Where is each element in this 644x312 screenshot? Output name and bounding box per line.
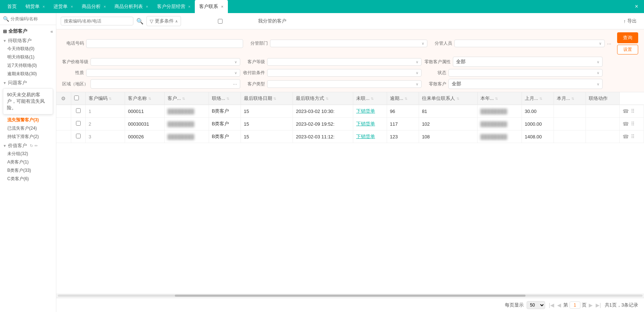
- last-page-button[interactable]: ▶|: [595, 302, 602, 308]
- search-button[interactable]: 🔍: [136, 18, 144, 25]
- sidebar-item-churned[interactable]: 已流失客户(24): [0, 124, 56, 133]
- sidebar-group-value[interactable]: ▼ 价值客户 ↻ ✏: [0, 141, 56, 150]
- nav-purchase[interactable]: 进货单 ×: [49, 0, 77, 13]
- search-input[interactable]: [61, 17, 133, 25]
- row-check[interactable]: [76, 108, 81, 113]
- select-all-checkbox[interactable]: [74, 96, 79, 100]
- close-analysis-icon[interactable]: ×: [104, 0, 106, 13]
- settings-gear-icon[interactable]: ⚙: [61, 96, 66, 101]
- row-actions: ☎ ⠿: [619, 118, 644, 130]
- sidebar-search-input[interactable]: [11, 16, 56, 21]
- per-page-select[interactable]: 50 20 100: [527, 301, 545, 309]
- status-select[interactable]: ∨: [448, 69, 603, 77]
- row-name: ████████: [164, 105, 209, 118]
- nav-customer-segment[interactable]: 客户分层经营 ×: [153, 0, 195, 13]
- scroll-track[interactable]: [58, 295, 643, 297]
- action-more-icon[interactable]: ⠿: [631, 134, 635, 139]
- row-check[interactable]: [76, 134, 81, 138]
- payment-select[interactable]: ∨: [267, 69, 421, 77]
- sidebar-item-today[interactable]: 今天待联络(0): [0, 45, 56, 53]
- sidebar-item-overdue[interactable]: 逾期未联络(30): [0, 70, 56, 78]
- sidebar-group-pending[interactable]: ▼ 待联络客户: [0, 36, 56, 45]
- retail-customer-select[interactable]: 全部 ∨: [448, 79, 603, 89]
- retail-attr-arrow-icon: ∨: [597, 60, 599, 64]
- customer-grade-select[interactable]: ∨: [267, 58, 421, 66]
- sidebar-item-b-class[interactable]: B类客户(33): [0, 166, 56, 175]
- dept-select[interactable]: ∨: [270, 40, 427, 47]
- row-check[interactable]: [76, 121, 81, 126]
- sidebar-collapse-button[interactable]: «: [51, 29, 53, 34]
- row-last-method[interactable]: 下销货单: [353, 130, 387, 143]
- sidebar-item-tomorrow[interactable]: 明天待联络(1): [0, 53, 56, 61]
- th-last-method[interactable]: 最后联络方式 ⇅: [293, 92, 353, 105]
- phone-input[interactable]: [86, 39, 243, 48]
- person-more-icon[interactable]: ···: [607, 41, 611, 46]
- next-page-button[interactable]: ▶: [588, 302, 593, 308]
- th-overdue[interactable]: 逾期... ⇅: [387, 92, 419, 105]
- th-settings[interactable]: ⚙: [56, 92, 71, 105]
- region-more-icon[interactable]: ···: [233, 81, 237, 87]
- all-customers-label[interactable]: ⊞ 全部客户 «: [0, 25, 56, 36]
- action-contact-icon[interactable]: ☎: [623, 108, 629, 114]
- window-close-button[interactable]: ×: [632, 3, 641, 10]
- sidebar-item-a-class[interactable]: A类客户(1): [0, 158, 56, 166]
- close-sales-icon[interactable]: ×: [43, 0, 45, 13]
- close-customer-contact-icon[interactable]: ×: [221, 0, 223, 13]
- prev-page-button[interactable]: ◀: [556, 302, 562, 308]
- horizontal-scrollbar[interactable]: [56, 293, 644, 298]
- export-button[interactable]: ↑ 导出: [621, 16, 640, 26]
- nature-select[interactable]: ∨: [86, 69, 240, 77]
- sidebar-group-problem[interactable]: ▼ 问题客户: [0, 78, 56, 87]
- nav-analysis-list[interactable]: 商品分析列表 ×: [110, 0, 152, 13]
- my-customers-checkbox[interactable]: 我分管的客户: [184, 18, 286, 24]
- row-last-method[interactable]: 下销货单: [353, 118, 387, 130]
- scroll-thumb[interactable]: [175, 295, 526, 297]
- row-last-method[interactable]: 下销货单: [353, 105, 387, 118]
- action-more-icon[interactable]: ⠿: [631, 108, 635, 114]
- th-type[interactable]: 客户... ⇅: [164, 92, 209, 105]
- th-contact[interactable]: 联络... ⇅: [209, 92, 241, 105]
- row-checkbox[interactable]: [71, 130, 85, 143]
- row-checkbox[interactable]: [71, 118, 85, 130]
- query-button[interactable]: 查询: [617, 32, 638, 43]
- sidebar-item-7days[interactable]: 近7天待联络(0): [0, 61, 56, 70]
- row-type: B类客户: [209, 118, 241, 130]
- more-conditions-button[interactable]: ▽ 更多条件 ∧: [146, 16, 181, 26]
- close-purchase-icon[interactable]: ×: [71, 0, 73, 13]
- sidebar-item-ungrouped[interactable]: 未分组(32): [0, 150, 56, 158]
- first-page-button[interactable]: |◀: [548, 302, 555, 308]
- settings-button[interactable]: 设置: [617, 45, 638, 54]
- th-this-year[interactable]: 本年... ⇅: [477, 92, 522, 105]
- retail-attr-select[interactable]: 全部 ∨: [453, 57, 603, 67]
- price-grade-select[interactable]: ∨: [90, 58, 240, 66]
- action-contact-icon[interactable]: ☎: [623, 134, 629, 139]
- nav-customer-contact[interactable]: 客户联系 ×: [195, 0, 228, 13]
- nav-sales[interactable]: 销货单 ×: [21, 0, 49, 13]
- action-contact-icon[interactable]: ☎: [623, 121, 629, 127]
- person-select[interactable]: ∨: [454, 40, 605, 47]
- action-more-icon[interactable]: ⠿: [631, 121, 635, 127]
- th-last-month[interactable]: 上月... ⇅: [522, 92, 554, 105]
- sidebar-item-churn-warning[interactable]: 流失预警客户(3): [0, 116, 56, 124]
- sidebar-item-c-class[interactable]: C类客户(6): [0, 175, 56, 183]
- th-code[interactable]: 客户编码 ⇅: [85, 92, 125, 105]
- nav-home[interactable]: 首页: [3, 0, 21, 13]
- close-customer-segment-icon[interactable]: ×: [188, 0, 190, 13]
- th-no-contact[interactable]: 未联... ⇅: [353, 92, 387, 105]
- customer-type-select[interactable]: ∨: [267, 80, 421, 88]
- th-name[interactable]: 客户名称 ⇅: [125, 92, 164, 105]
- sidebar-item-declining[interactable]: 持续下滑客户(2): [0, 133, 56, 141]
- overdue-sort-icon: ⇅: [404, 97, 407, 101]
- page-number-input[interactable]: [569, 301, 580, 309]
- th-checkbox[interactable]: [71, 92, 85, 105]
- my-customers-check[interactable]: [184, 19, 257, 24]
- row-checkbox[interactable]: [71, 105, 85, 118]
- refresh-icon[interactable]: ↻: [30, 143, 33, 148]
- region-select[interactable]: ···: [90, 79, 240, 89]
- nav-analysis[interactable]: 商品分析 ×: [77, 0, 110, 13]
- close-analysis-list-icon[interactable]: ×: [146, 0, 148, 13]
- th-this-month[interactable]: 本月... ⇅: [554, 92, 585, 105]
- th-contact-person[interactable]: 往来单位联系人 ⇅: [419, 92, 477, 105]
- edit-icon[interactable]: ✏: [35, 143, 38, 148]
- th-last-date[interactable]: 最后联络日期 ⇅: [241, 92, 293, 105]
